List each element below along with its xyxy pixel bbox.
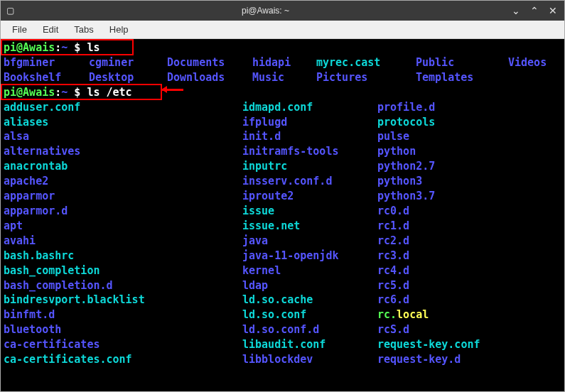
ls-etc-row: ca-certificateslibaudit.confrequest-key.… [4,337,561,352]
ls-item: kernel [242,263,377,278]
ls-item: python3.7 [377,189,435,204]
ls-etc-listing: adduser.confidmapd.confprofile.daliasesi… [4,100,561,367]
ls-item: alsa [4,129,242,144]
prompt-path: ~ [61,86,74,99]
ls-item: initramfs-tools [242,144,377,159]
ls-item: bash.bashrc [4,249,242,263]
ls-item: apparmor.d [4,204,242,219]
local-text: local [397,308,429,321]
ls-item: rc5.d [377,278,409,293]
ls-etc-row: bash_completionkernelrc4.d [4,263,561,278]
ls-item: rc3.d [377,249,409,263]
window-title: pi@Awais: ~ [21,6,510,16]
menu-file[interactable]: File [5,22,34,37]
ls-item: Pictures [316,70,416,85]
ls-etc-row: anacrontabinputrcpython2.7 [4,159,561,174]
ls-item: idmapd.conf [242,100,377,115]
ls-etc-row: bindresvport.blacklistld.so.cacherc6.d [4,293,561,307]
ls-item: request-key.d [377,352,461,367]
ls-item: ifplugd [242,115,377,130]
ls-item: Templates [416,70,508,85]
rc-text: rc. [377,308,397,321]
ls-item: cgminer [89,55,167,70]
ls-item: ca-certificates [4,337,242,352]
ls-etc-row: bash.bashrcjava-11-openjdkrc3.d [4,249,561,263]
ls-item: myrec.cast [316,55,416,70]
ls-item: libblockdev [242,352,377,367]
menu-help[interactable]: Help [102,22,136,37]
ls-item: pulse [377,129,409,144]
ls-item: ld.so.conf [242,307,377,322]
ls-item: Documents [167,55,252,70]
ls-etc-row: alternativesinitramfs-toolspython [4,144,561,159]
ls-etc-row: alsainit.dpulse [4,129,561,144]
terminal-app-icon: ▢ [6,6,14,16]
ls-item: Videos [508,56,547,69]
ls-item: Downloads [167,70,252,85]
menu-tabs[interactable]: Tabs [67,22,100,37]
prompt-line-2: pi@Awais:~ $ ls /etc [4,85,561,100]
ls-item: profile.d [377,100,435,115]
prompt-colon: : [55,86,61,99]
titlebar-icon-area: ▢ [6,6,21,16]
ls-etc-row: apparmoriproute2python3.7 [4,189,561,204]
ls-item: Music [252,70,316,85]
ls-item: Bookshelf [4,70,89,85]
ls-item: iproute2 [242,189,377,204]
ls-item: issue.net [242,219,377,234]
ls-item: insserv.conf.d [242,174,377,189]
ls-home-row-1: bfgminercgminerDocumentshidapimyrec.cast… [4,55,561,70]
ls-item: Public [416,55,508,70]
ls-item: alternatives [4,144,242,159]
ls-etc-row: binfmt.dld.so.confrc.local [4,307,561,322]
ls-item: rc1.d [377,219,409,234]
ls-item: anacrontab [4,159,242,174]
ls-item: apparmor [4,189,242,204]
ls-item: ld.so.conf.d [242,322,377,337]
ls-item: bluetooth [4,322,242,337]
ls-item: bash_completion.d [4,278,242,293]
ls-item: request-key.conf [377,337,480,352]
close-button[interactable]: ✕ [547,5,559,16]
menubar: File Edit Tabs Help [1,21,564,39]
ls-item: rc4.d [377,263,409,278]
ls-home-row-2: BookshelfDesktopDownloadsMusicPicturesTe… [4,70,561,85]
command-ls: ls [87,41,99,54]
ls-item: inputrc [242,159,377,174]
ls-item: bfgminer [4,55,89,70]
ls-etc-row: aptissue.netrc1.d [4,219,561,234]
ls-item: hidapi [252,55,316,70]
ls-item: rc6.d [377,293,409,307]
command-ls-etc: ls /etc [87,86,131,99]
ls-item: apache2 [4,174,242,189]
window-controls: ⌄ ⌃ ✕ [510,5,559,16]
ls-item: java [242,234,377,249]
maximize-button[interactable]: ⌃ [529,5,540,16]
prompt-dollar: $ [74,86,87,99]
ls-item: protocols [377,115,435,130]
ls-item: binfmt.d [4,307,242,322]
ls-item: bash_completion [4,263,242,278]
ls-item: bindresvport.blacklist [4,293,242,307]
ls-item: init.d [242,129,377,144]
ls-item: rc0.d [377,204,409,219]
ls-item: java-11-openjdk [242,249,377,263]
ls-etc-row: aliasesifplugdprotocols [4,115,561,130]
ls-item: rc2.d [377,234,409,249]
ls-item: aliases [4,115,242,130]
ls-item: adduser.conf [4,100,242,115]
prompt-colon: : [55,41,61,54]
ls-etc-row: avahijavarc2.d [4,234,561,249]
terminal-content[interactable]: pi@Awais:~ $ ls bfgminercgminerDocuments… [1,39,564,391]
menu-edit[interactable]: Edit [36,22,65,37]
terminal-window: ▢ pi@Awais: ~ ⌄ ⌃ ✕ File Edit Tabs Help … [0,0,565,392]
ls-item: rcS.d [377,322,409,337]
ls-item: python2.7 [377,159,435,174]
minimize-button[interactable]: ⌄ [510,5,522,16]
prompt-line-1: pi@Awais:~ $ ls [4,40,561,55]
prompt-user: pi@Awais [4,41,55,54]
ls-etc-row: bash_completion.dldaprc5.d [4,278,561,293]
ls-item: libaudit.conf [242,337,377,352]
prompt-user: pi@Awais [4,86,55,99]
titlebar[interactable]: ▢ pi@Awais: ~ ⌄ ⌃ ✕ [1,1,564,21]
